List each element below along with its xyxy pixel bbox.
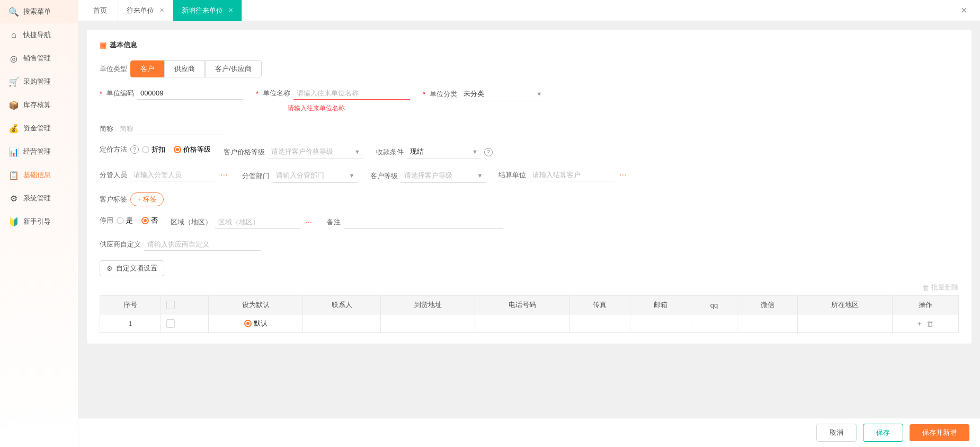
basic-info-card: ▣ 基本信息 单位类型 客户 供应商 客户/供应商 * 单位编码	[87, 30, 972, 344]
tab-new-partner[interactable]: 新增往来单位 ✕	[173, 0, 242, 21]
category-dropdown-arrow: ▼	[536, 91, 542, 97]
row-delete-icon[interactable]: 🗑	[926, 320, 933, 328]
region-input[interactable]	[215, 216, 300, 229]
customer-level-arrow: ▼	[477, 172, 483, 179]
payment-terms-select[interactable]: 现结 ▼	[407, 145, 481, 159]
disabled-radio-group: 是 否	[117, 216, 158, 225]
tab-partners[interactable]: 往来单位 ✕	[118, 0, 173, 21]
sidebar-label-sales: 销售管理	[23, 54, 51, 63]
pricing-discount-radio[interactable]: 折扣	[142, 145, 165, 154]
pricing-discount-label: 折扣	[152, 145, 165, 154]
tag-row: 客户标签 + 标签	[100, 192, 959, 206]
region-field: 区域（地区） ···	[171, 216, 314, 229]
unit-category-select[interactable]: 未分类 ▼	[460, 87, 545, 101]
sidebar-item-sales[interactable]: ◎ 销售管理	[0, 47, 78, 70]
payment-help-icon[interactable]: ?	[484, 148, 493, 156]
customer-price-level-select[interactable]: 请选择客户价格等级 ▼	[268, 145, 363, 159]
unit-name-label: 单位名称	[263, 89, 290, 98]
row-email	[630, 314, 691, 333]
unit-category-field: * 单位分类 未分类 ▼	[423, 87, 545, 101]
save-and-new-button[interactable]: 保存并新增	[910, 424, 969, 441]
payment-terms-value: 现结	[410, 147, 424, 156]
disabled-label: 停用	[100, 216, 113, 225]
add-tag-button[interactable]: + 标签	[130, 192, 164, 206]
sidebar-search[interactable]: 🔍 搜索菜单	[0, 0, 78, 23]
sidebar-item-inventory[interactable]: 📦 库存核算	[0, 93, 78, 117]
custom-settings-button[interactable]: ⚙ 自定义项设置	[100, 260, 164, 276]
payment-terms-arrow: ▼	[472, 148, 478, 155]
sales-icon: ◎	[8, 53, 19, 64]
pricing-discount-circle	[142, 146, 149, 153]
unit-type-supplier[interactable]: 供应商	[164, 60, 205, 77]
supplier-custom-field: 供应商自定义	[100, 238, 261, 251]
sidebar-label-finance: 资金管理	[23, 124, 51, 133]
tab-home[interactable]: 首页	[83, 0, 118, 21]
sidebar: 🔍 搜索菜单 ⌂ 快捷导航 ◎ 销售管理 🛒 采购管理 📦 库存核算 💰 资金管…	[0, 0, 78, 447]
sidebar-item-guide[interactable]: 🔰 新手引导	[0, 210, 78, 233]
unit-type-both[interactable]: 客户/供应商	[205, 60, 262, 77]
supplier-custom-label: 供应商自定义	[100, 240, 141, 249]
name-required: *	[256, 90, 259, 98]
batch-delete-label[interactable]: 批量删除	[931, 283, 959, 292]
section-title: ▣ 基本信息	[100, 40, 959, 50]
row-region	[798, 314, 892, 333]
region-more-icon[interactable]: ···	[303, 217, 314, 227]
row-address	[380, 314, 475, 333]
section-title-text: 基本信息	[110, 40, 137, 50]
department-label: 分管部门	[242, 171, 270, 181]
sidebar-item-system[interactable]: ⚙ 系统管理	[0, 187, 78, 210]
pricing-level-circle	[174, 146, 181, 153]
code-required: *	[100, 90, 102, 98]
save-button[interactable]: 保存	[863, 424, 903, 442]
pricing-radio-group: 折扣 价格等级	[142, 145, 211, 154]
department-field: 分管部门 请输入分管部门 ▼	[242, 169, 358, 183]
customer-tag-field: 客户标签 + 标签	[100, 192, 164, 206]
row-default: 默认	[209, 314, 303, 333]
custom-settings-label: 自定义项设置	[116, 264, 157, 273]
short-name-input[interactable]	[117, 122, 222, 135]
department-select[interactable]: 请输入分管部门 ▼	[273, 169, 358, 183]
disabled-no-radio[interactable]: 否	[141, 216, 158, 225]
settlement-unit-input[interactable]	[529, 169, 614, 181]
custom-settings-area: ⚙ 自定义项设置	[100, 260, 959, 276]
remark-input[interactable]	[344, 216, 503, 229]
col-no: 序号	[100, 296, 161, 314]
contacts-table: 序号 设为默认 联系人 到货地址 电话号码 传真 邮箱 qq 微信 所在地区	[100, 295, 959, 333]
sidebar-item-operations[interactable]: 📊 经营管理	[0, 140, 78, 163]
disabled-no-label: 否	[151, 216, 158, 225]
col-address: 到货地址	[380, 296, 475, 314]
tab-partners-close[interactable]: ✕	[159, 7, 164, 14]
table-header-row: 序号 设为默认 联系人 到货地址 电话号码 传真 邮箱 qq 微信 所在地区	[100, 296, 959, 314]
unit-type-customer[interactable]: 客户	[130, 60, 164, 77]
unit-code-input[interactable]	[137, 87, 243, 100]
tab-bar: 首页 往来单位 ✕ 新增往来单位 ✕ ✕	[78, 0, 980, 21]
window-close-icon[interactable]: ✕	[952, 5, 976, 15]
sidebar-item-basic[interactable]: 📋 基础信息	[0, 163, 78, 187]
unit-name-input[interactable]	[293, 87, 410, 100]
pricing-row: 定价方法 ? 折扣 价格等级 客户价格等级	[100, 145, 959, 159]
sidebar-label-operations: 经营管理	[23, 147, 51, 156]
cancel-button[interactable]: 取消	[816, 424, 857, 442]
pricing-level-radio[interactable]: 价格等级	[174, 145, 211, 154]
col-action: 操作	[892, 296, 958, 314]
row-default-radio[interactable]: 默认	[214, 319, 297, 328]
row-action: + 🗑	[892, 314, 958, 333]
disabled-yes-radio[interactable]: 是	[117, 216, 133, 225]
settlement-more-icon[interactable]: ···	[617, 170, 628, 180]
sidebar-item-purchase[interactable]: 🛒 采购管理	[0, 70, 78, 93]
system-icon: ⚙	[8, 193, 19, 204]
manager-more-icon[interactable]: ···	[218, 170, 229, 180]
select-all-checkbox[interactable]	[166, 301, 175, 309]
manager-input[interactable]	[130, 169, 215, 181]
customer-price-level-field: 客户价格等级 请选择客户价格等级 ▼	[224, 145, 363, 159]
pricing-help-icon[interactable]: ?	[130, 145, 139, 154]
row-add-icon[interactable]: +	[917, 320, 922, 328]
sidebar-item-quick-nav[interactable]: ⌂ 快捷导航	[0, 23, 78, 47]
customer-level-select[interactable]: 请选择客户等级 ▼	[401, 169, 486, 183]
tab-new-partner-close[interactable]: ✕	[228, 7, 233, 14]
tab-partners-label: 往来单位	[127, 6, 154, 15]
supplier-custom-input[interactable]	[144, 238, 261, 251]
manager-field: 分管人员 ···	[100, 169, 229, 181]
row-checkbox[interactable]	[166, 319, 175, 328]
sidebar-item-finance[interactable]: 💰 资金管理	[0, 117, 78, 140]
